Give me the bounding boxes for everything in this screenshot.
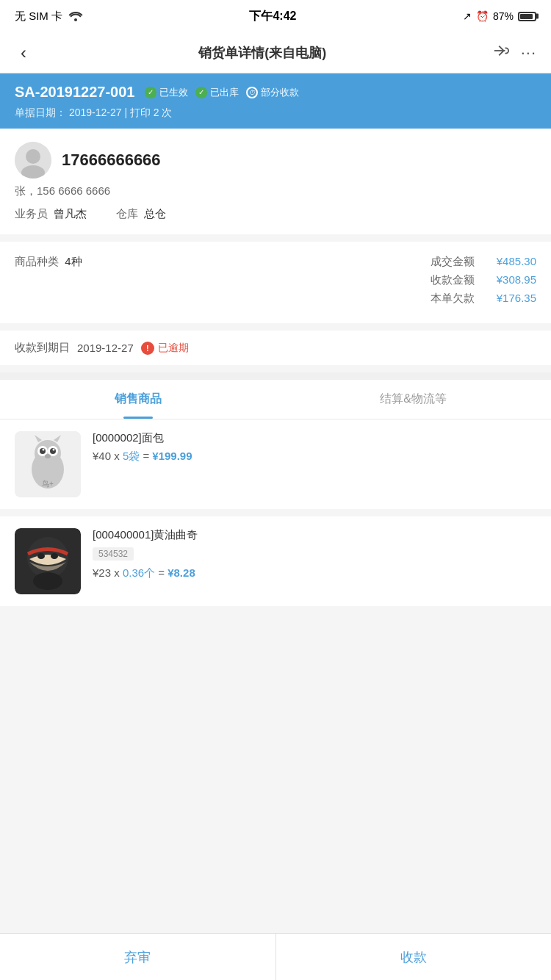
product-kind: 商品种类 4种: [15, 255, 82, 269]
alarm-icon: ⏰: [476, 10, 489, 22]
warehouse: 仓库 总仓: [116, 207, 166, 221]
badge-partial: ⏱ 部分收款: [246, 86, 299, 99]
due-date-label: 收款到期日: [15, 341, 70, 355]
order-header: SA-20191227-001 ✓ 已生效 ✓ 已出库 ⏱ 部分收款 单据日期：…: [0, 73, 551, 129]
sales-rep: 业务员 曾凡杰: [15, 207, 87, 221]
order-date: 单据日期： 2019-12-27 | 打印 2 次: [15, 107, 536, 120]
bottom-bar: 弃审 收款: [0, 933, 551, 980]
svg-point-11: [53, 449, 55, 451]
status-time: 下午4:42: [249, 9, 296, 24]
svg-point-19: [51, 553, 58, 559]
product-sku-2: 534532: [93, 547, 134, 561]
back-button[interactable]: ‹: [15, 37, 32, 69]
product-name-1: [0000002]面包: [93, 431, 536, 445]
customer-phone: 17666666666: [62, 151, 161, 170]
separator: [0, 372, 551, 380]
total-2: ¥8.28: [168, 566, 195, 579]
battery-percentage: 87%: [493, 10, 514, 22]
more-icon[interactable]: ···: [521, 43, 536, 62]
check-icon-1: ✓: [145, 87, 156, 98]
amount-row: 成交金额 ¥485.30: [431, 255, 536, 269]
qty-1: 5袋: [123, 450, 140, 462]
status-left: 无 SIM 卡: [15, 10, 83, 24]
svg-text:鸟+: 鸟+: [42, 480, 54, 488]
due-section: 收款到期日 2019-12-27 ! 已逾期: [0, 331, 551, 365]
product-thumbnail-2: [15, 528, 81, 594]
badge-shipped: ✓ 已出库: [195, 86, 239, 99]
location-icon: ↗: [463, 10, 472, 22]
product-price-1: ¥40 x 5袋 = ¥199.99: [93, 450, 536, 464]
status-right: ↗ ⏰ 87%: [463, 10, 536, 22]
svg-point-10: [43, 449, 45, 451]
pay-button[interactable]: 收款: [276, 934, 552, 980]
battery-icon: [518, 12, 536, 21]
stats-right: 成交金额 ¥485.30 收款金额 ¥308.95 本单欠款 ¥176.35: [431, 255, 536, 310]
clock-icon: ⏱: [246, 87, 258, 98]
debt-row: 本单欠款 ¥176.35: [431, 292, 536, 306]
badge-effective: ✓ 已生效: [145, 86, 188, 99]
qty-2: 0.36个: [123, 566, 155, 579]
page-title: 销货单详情(来自电脑): [32, 44, 493, 62]
svg-point-20: [33, 572, 62, 590]
product-price-2: ¥23 x 0.36个 = ¥8.28: [93, 566, 536, 580]
total-1: ¥199.99: [152, 450, 192, 462]
svg-point-18: [37, 553, 45, 559]
cancel-button[interactable]: 弃审: [0, 934, 276, 980]
svg-point-12: [45, 454, 51, 458]
tabs: 销售商品 结算&物流等: [0, 380, 551, 419]
tab-sales-product[interactable]: 销售商品: [0, 380, 276, 419]
check-icon-2: ✓: [195, 87, 207, 98]
overdue-icon: !: [141, 342, 154, 355]
tab-settlement[interactable]: 结算&物流等: [276, 380, 551, 419]
order-number: SA-20191227-001: [15, 84, 134, 101]
nav-actions: ···: [493, 43, 536, 62]
product-name-2: [000400001]黄油曲奇: [93, 528, 536, 542]
status-bar: 无 SIM 卡 下午4:42 ↗ ⏰ 87%: [0, 0, 551, 32]
product-info-1: [0000002]面包 ¥40 x 5袋 = ¥199.99: [93, 431, 536, 464]
customer-meta: 业务员 曾凡杰 仓库 总仓: [15, 207, 536, 221]
order-badges: ✓ 已生效 ✓ 已出库 ⏱ 部分收款: [145, 86, 299, 99]
product-thumbnail-1: 鸟+: [15, 431, 81, 497]
customer-section: 17666666666 张，156 6666 6666 业务员 曾凡杰 仓库 总…: [0, 129, 551, 234]
svg-point-1: [26, 149, 40, 164]
product-info-2: [000400001]黄油曲奇 534532 ¥23 x 0.36个 = ¥8.…: [93, 528, 536, 580]
product-list: 鸟+ [0000002]面包 ¥40 x 5袋 = ¥199.99: [0, 419, 551, 606]
nav-bar: ‹ 销货单详情(来自电脑) ···: [0, 32, 551, 73]
avatar: [15, 142, 51, 179]
product-item-2: [000400001]黄油曲奇 534532 ¥23 x 0.36个 = ¥8.…: [0, 516, 551, 606]
due-date-value: 2019-12-27: [77, 342, 134, 354]
customer-name-phone: 张，156 6666 6666: [15, 184, 536, 198]
received-row: 收款金额 ¥308.95: [431, 273, 536, 287]
tabs-container: 销售商品 结算&物流等: [0, 380, 551, 419]
price-unit-2: ¥23: [93, 566, 111, 579]
overdue-badge: ! 已逾期: [141, 342, 189, 355]
product-item: 鸟+ [0000002]面包 ¥40 x 5袋 = ¥199.99: [0, 419, 551, 509]
price-unit-1: ¥40: [93, 450, 111, 462]
stats-section: 商品种类 4种 成交金额 ¥485.30 收款金额 ¥308.95 本单欠款 ¥…: [0, 242, 551, 323]
overdue-text: 已逾期: [158, 342, 189, 355]
carrier-text: 无 SIM 卡: [15, 10, 62, 24]
share-icon[interactable]: [493, 43, 509, 62]
wifi-icon: [68, 10, 83, 24]
